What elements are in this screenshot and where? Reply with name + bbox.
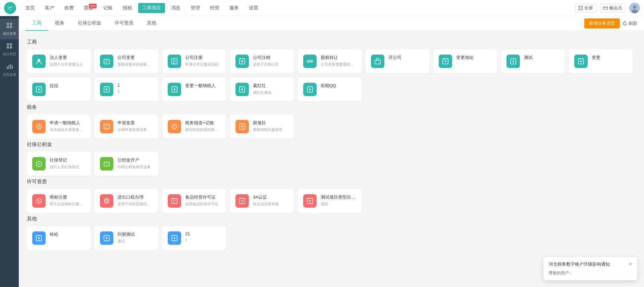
card-name-company-cancel: 公司注销	[253, 55, 288, 61]
cards-grid-gongshang: 法人变更 适用于公司变更法人 公司变更 股权变更外的业务变更	[27, 49, 636, 101]
card-change-tax[interactable]: 变更一般纳税人	[162, 77, 226, 101]
tab-shuiwu[interactable]: 税务	[48, 16, 71, 31]
refresh-button[interactable]: 刷新	[623, 20, 637, 26]
svg-rect-37	[443, 59, 448, 64]
nav-operation[interactable]: 经营	[206, 3, 223, 13]
section-other: 其他 哈哈 刘朋测试 测试	[27, 216, 636, 250]
card-name-apply-tax: 申请一般纳税人	[50, 120, 85, 126]
card-liupeng-test[interactable]: 刘朋测试 测试	[95, 226, 158, 250]
card-change-address[interactable]: 变更地址	[433, 49, 497, 73]
card-new-project[interactable]: 新项目 报税加税控盘保管	[230, 115, 294, 139]
sidebar-item-progress-monitor[interactable]: 进度监测	[0, 60, 19, 80]
svg-rect-18	[10, 46, 12, 49]
card-haha[interactable]: 哈哈	[27, 226, 91, 250]
card-desc-mohonghong: 葛红红测试	[253, 90, 288, 95]
card-fund-account[interactable]: 公积金开户 办理公积金相关业务	[95, 152, 158, 176]
card-food-license[interactable]: 食品经营许可证 办理食品经营许可证	[162, 189, 226, 213]
card-twenty-one[interactable]: 21 1	[162, 226, 226, 250]
fullscreen-button[interactable]: 全屏	[575, 4, 596, 12]
nav-invoice[interactable]: 票据 new	[80, 3, 97, 13]
card-3a-cert[interactable]: 3A认证 对企业信誉评级	[230, 189, 294, 213]
section-shebao: 社保公积金 社保登记 进行人员社保登记 公积金开户	[27, 141, 636, 176]
nav-message[interactable]: 消息	[167, 3, 184, 13]
sidebar-item-project-type[interactable]: 项目类型	[0, 39, 19, 60]
card-icon-test-type	[303, 194, 317, 208]
svg-rect-22	[12, 65, 13, 69]
svg-rect-3	[581, 6, 583, 7]
card-icon-equity-transfer	[303, 55, 317, 68]
card-name-change2: 变更	[592, 55, 627, 61]
card-change2[interactable]: 变更	[569, 49, 633, 73]
tab-other[interactable]: 其他	[140, 16, 163, 31]
card-one[interactable]: 1 1	[95, 77, 158, 101]
svg-point-35	[311, 60, 313, 62]
card-icon-legal-change	[32, 55, 46, 68]
cards-grid-other: 哈哈 刘朋测试 测试	[27, 226, 636, 250]
card-desc-tax-bookkeeping: 拿到营业执照的新公司	[185, 127, 221, 132]
section-title-shebao: 社保公积金	[27, 141, 636, 148]
card-icon-new-project	[235, 120, 249, 133]
card-icon-tax-bookkeeping	[168, 120, 181, 133]
tab-shebao[interactable]: 社保公积金	[71, 16, 108, 31]
card-test[interactable]: 测试	[501, 49, 565, 73]
card-mohonghong[interactable]: 葛红红 葛红红测试	[230, 77, 294, 101]
section-title-other: 其他	[27, 216, 636, 222]
card-trademark[interactable]: 商标注册 用于企业商标注册服务	[27, 189, 91, 213]
card-company-cancel[interactable]: 公司注销 适用于注销公司	[230, 49, 294, 73]
project-type-icon	[6, 43, 13, 51]
nav-accounting[interactable]: 记账	[99, 3, 117, 13]
svg-rect-36	[375, 60, 380, 64]
card-company-change[interactable]: 公司变更 股权变更外的业务变更	[95, 49, 158, 73]
nav-service[interactable]: 服务	[225, 3, 243, 13]
card-lala[interactable]: 拉拉	[27, 77, 91, 101]
card-desc-trademark: 用于企业商标注册服务	[50, 202, 85, 207]
card-name-company-change: 公司变更	[117, 55, 153, 61]
card-icon-import-export	[100, 194, 113, 208]
add-type-button[interactable]: 新增业务类型	[584, 18, 620, 28]
user-avatar[interactable]	[629, 3, 640, 13]
card-desc-new-project: 报税加税控盘保管	[253, 127, 288, 132]
nav-tax[interactable]: 报税	[119, 3, 136, 13]
card-tax-bookkeeping[interactable]: 税务报道+记账 拿到营业执照的新公司	[162, 115, 226, 139]
notif-close-button[interactable]: ×	[629, 261, 632, 267]
tab-xuke[interactable]: 许可资质	[108, 16, 140, 31]
sidebar-item-project-manage[interactable]: 项目管理	[0, 19, 19, 39]
nav-billing[interactable]: 收费	[60, 3, 78, 13]
vip-button[interactable]: 畅会员	[600, 4, 625, 12]
card-desc-import-export: 适用于对外贸易经营者	[117, 202, 153, 207]
nav-bizproject[interactable]: 工商项目	[138, 3, 165, 13]
svg-rect-15	[7, 43, 9, 46]
nav-settings[interactable]: 设置	[245, 3, 262, 13]
svg-point-9	[633, 5, 636, 9]
card-apply-tax[interactable]: 申请一般纳税人 当月或次月成变更完成	[27, 115, 91, 139]
card-import-export[interactable]: 进出口权办理 适用于对外贸易经营者	[95, 189, 158, 213]
card-desc-social-security: 进行人员社保登记	[50, 164, 85, 169]
card-icon-liupeng-test	[100, 231, 113, 245]
notif-content: 尊敬的用户：	[549, 270, 632, 276]
card-desc-one: 1	[117, 89, 153, 93]
card-company-register[interactable]: 公司注册 申请公司注册全流程	[162, 49, 226, 73]
section-shuiwu: 税务 申请一般纳税人 当月或次月成变更完成 申请发票	[27, 104, 636, 139]
logo[interactable]	[4, 2, 16, 14]
card-apply-invoice[interactable]: 申请发票 办理申请发票业务	[95, 115, 158, 139]
card-desc-equity-transfer: 公司变更需要股权转让	[321, 62, 356, 67]
refresh-icon	[623, 21, 627, 26]
card-name-food-license: 食品经营许可证	[185, 194, 221, 200]
svg-rect-4	[579, 9, 580, 10]
card-social-security[interactable]: 社保登记 进行人员社保登记	[27, 152, 91, 176]
card-qianqi-qq[interactable]: 前期QQ	[298, 77, 362, 101]
svg-rect-2	[579, 6, 580, 7]
card-icon-company-change	[100, 55, 113, 68]
nav-home[interactable]: 首页	[21, 3, 39, 13]
card-legal-change[interactable]: 法人变更 适用于公司变更法人	[27, 49, 91, 73]
nav-manage[interactable]: 管理	[186, 3, 204, 13]
sidebar-label-project-type: 项目类型	[3, 52, 16, 56]
nav-customer[interactable]: 客户	[41, 3, 58, 13]
card-test-type[interactable]: 测试项目类型目定义 测试	[298, 189, 362, 213]
card-desc-test-type: 测试	[321, 202, 356, 207]
tab-gongshang[interactable]: 工商	[25, 16, 48, 31]
card-open-company[interactable]: 开公司	[366, 49, 429, 73]
card-equity-transfer[interactable]: 股权转让 公司变更需要股权转让	[298, 49, 362, 73]
card-name-apply-invoice: 申请发票	[117, 120, 153, 126]
card-desc-legal-change: 适用于公司变更法人	[50, 62, 85, 67]
